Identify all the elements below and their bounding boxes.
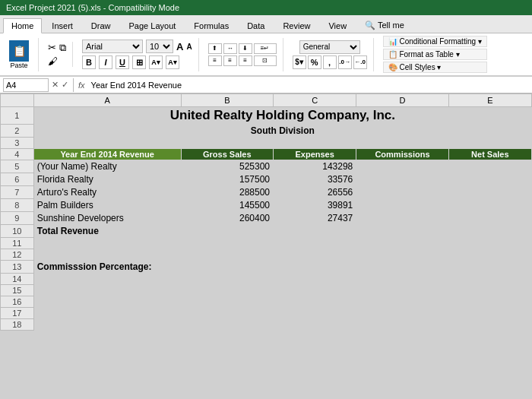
confirm-formula-icon[interactable]: ✓ <box>62 80 68 90</box>
cell-a11[interactable] <box>33 238 181 249</box>
merge-center-button[interactable]: ⊡ <box>254 55 277 66</box>
cell-c4[interactable]: Expenses <box>274 149 356 160</box>
cell-e8[interactable] <box>448 199 531 212</box>
cell-d5[interactable] <box>356 160 448 173</box>
cell-a3[interactable] <box>33 138 181 149</box>
align-center-button[interactable]: ≡ <box>223 55 237 66</box>
cell-b17[interactable] <box>181 308 273 319</box>
align-top-button[interactable]: ⬆ <box>208 43 222 54</box>
cell-d11[interactable] <box>356 238 448 249</box>
cell-a4[interactable]: Year End 2014 Revenue <box>33 149 181 160</box>
division-title-cell[interactable]: South Division <box>33 125 531 138</box>
cut-icon[interactable]: ✂ <box>48 42 56 54</box>
cell-a13[interactable]: Commisssion Percentage: <box>33 261 181 274</box>
cell-b5[interactable]: 525300 <box>181 160 273 173</box>
cell-b18[interactable] <box>181 319 273 331</box>
cell-c17[interactable] <box>274 308 356 319</box>
cell-e12[interactable] <box>448 249 531 261</box>
cell-c8[interactable]: 39891 <box>274 199 356 212</box>
cell-e7[interactable] <box>448 186 531 199</box>
align-left-button[interactable]: ≡ <box>208 55 222 66</box>
border-button[interactable]: ⊞ <box>132 55 146 69</box>
cell-b13[interactable] <box>181 261 273 274</box>
cell-d7[interactable] <box>356 186 448 199</box>
cell-b12[interactable] <box>181 249 273 261</box>
cell-c18[interactable] <box>274 319 356 331</box>
cell-a12[interactable] <box>33 249 181 261</box>
bold-button[interactable]: B <box>82 55 96 69</box>
cell-d4[interactable]: Commissions <box>356 149 448 160</box>
cell-a18[interactable] <box>33 319 181 331</box>
cell-d10[interactable] <box>356 225 448 238</box>
col-header-e[interactable]: E <box>448 94 531 107</box>
font-color-button[interactable]: A▾ <box>166 55 179 69</box>
align-bottom-button[interactable]: ⬇ <box>239 43 252 54</box>
tab-insert[interactable]: Insert <box>43 18 81 33</box>
cell-c15[interactable] <box>274 285 356 296</box>
cell-e16[interactable] <box>448 296 531 308</box>
font-family-select[interactable]: Arial <box>82 40 143 53</box>
cell-c5[interactable]: 143298 <box>274 160 356 173</box>
cell-e4[interactable]: Net Sales <box>448 149 531 160</box>
wrap-text-button[interactable]: ≡↵ <box>254 43 277 54</box>
col-header-c[interactable]: C <box>274 94 356 107</box>
cell-a7[interactable]: Arturo's Realty <box>33 186 181 199</box>
cell-a10[interactable]: Total Revenue <box>33 225 181 238</box>
increase-decimal-button[interactable]: .0→ <box>338 55 352 69</box>
number-format-select[interactable]: General <box>299 40 360 54</box>
cell-d16[interactable] <box>356 296 448 308</box>
cell-a15[interactable] <box>33 285 181 296</box>
cell-c12[interactable] <box>274 249 356 261</box>
col-header-d[interactable]: D <box>356 94 448 107</box>
tab-page-layout[interactable]: Page Layout <box>121 18 185 33</box>
underline-button[interactable]: U <box>116 55 129 69</box>
copy-icon[interactable]: ⧉ <box>59 42 66 54</box>
company-title-cell[interactable]: United Realty Holding Company, Inc. <box>33 107 531 125</box>
paste-button[interactable]: 📋 Paste <box>6 39 32 71</box>
cell-c14[interactable] <box>274 274 356 285</box>
cell-e5[interactable] <box>448 160 531 173</box>
cell-b11[interactable] <box>181 238 273 249</box>
cell-c7[interactable]: 26556 <box>274 186 356 199</box>
cell-a8[interactable]: Palm Builders <box>33 199 181 212</box>
cell-a9[interactable]: Sunshine Developers <box>33 212 181 225</box>
cell-e17[interactable] <box>448 308 531 319</box>
cell-c3[interactable] <box>274 138 356 149</box>
cell-e9[interactable] <box>448 212 531 225</box>
tab-formulas[interactable]: Formulas <box>185 18 237 33</box>
cell-b3[interactable] <box>181 138 273 149</box>
tab-view[interactable]: View <box>320 18 355 33</box>
cell-e10[interactable] <box>448 225 531 238</box>
comma-button[interactable]: , <box>323 55 337 69</box>
cell-d13[interactable] <box>356 261 448 274</box>
cell-d3[interactable] <box>356 138 448 149</box>
cell-b16[interactable] <box>181 296 273 308</box>
cell-b7[interactable]: 288500 <box>181 186 273 199</box>
tab-home[interactable]: Home <box>3 18 42 33</box>
cell-d12[interactable] <box>356 249 448 261</box>
grow-font-icon[interactable]: A <box>176 41 183 52</box>
cell-a14[interactable] <box>33 274 181 285</box>
fill-color-button[interactable]: A▾ <box>149 55 163 69</box>
cell-d8[interactable] <box>356 199 448 212</box>
cell-e13[interactable] <box>448 261 531 274</box>
currency-button[interactable]: $▾ <box>293 55 306 69</box>
cell-a6[interactable]: Florida Realty <box>33 173 181 186</box>
cell-e3[interactable] <box>448 138 531 149</box>
font-size-select[interactable]: 10 <box>146 40 173 53</box>
cell-b10[interactable] <box>181 225 273 238</box>
cell-e18[interactable] <box>448 319 531 331</box>
cell-d6[interactable] <box>356 173 448 186</box>
cell-e6[interactable] <box>448 173 531 186</box>
cell-b4[interactable]: Gross Sales <box>181 149 273 160</box>
cell-c11[interactable] <box>274 238 356 249</box>
align-middle-button[interactable]: ↔ <box>223 43 237 54</box>
cell-styles-button[interactable]: 🎨 Cell Styles ▾ <box>383 62 487 73</box>
tab-tell-me[interactable]: 🔍 Tell me <box>356 17 413 33</box>
format-as-table-button[interactable]: 📋 Format as Table ▾ <box>383 49 487 60</box>
percent-button[interactable]: % <box>308 55 321 69</box>
cell-d15[interactable] <box>356 285 448 296</box>
cell-d18[interactable] <box>356 319 448 331</box>
cell-b9[interactable]: 260400 <box>181 212 273 225</box>
cell-c16[interactable] <box>274 296 356 308</box>
